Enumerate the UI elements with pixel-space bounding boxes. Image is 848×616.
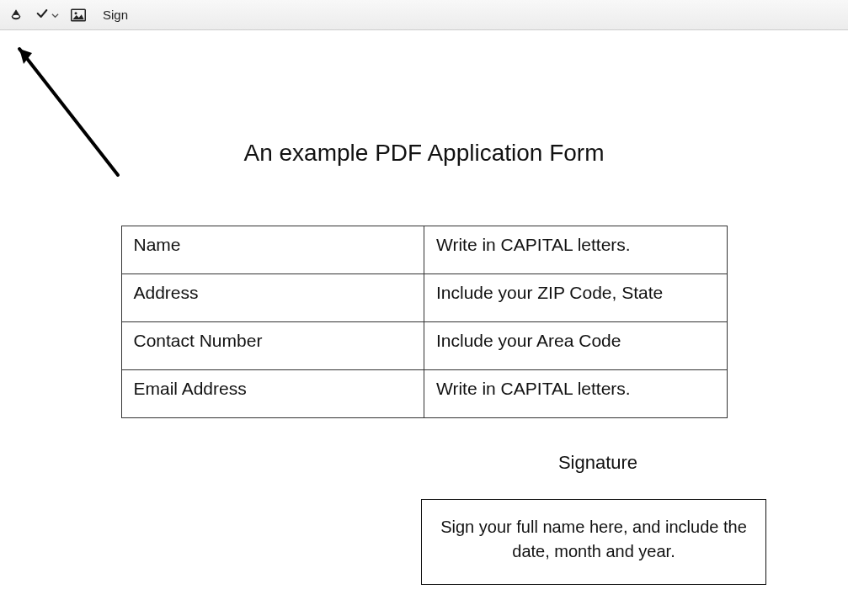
field-instruction: Include your Area Code	[424, 322, 727, 370]
table-row: Email Address Write in CAPITAL letters.	[121, 370, 727, 418]
ink-icon[interactable]	[8, 8, 24, 23]
field-label: Contact Number	[121, 322, 424, 370]
signature-heading: Signature	[421, 452, 775, 474]
field-label: Name	[121, 226, 424, 274]
field-instruction: Write in CAPITAL letters.	[424, 226, 727, 274]
document-page: An example PDF Application Form Name Wri…	[0, 30, 848, 616]
signature-section: Signature Sign your full name here, and …	[421, 452, 781, 585]
field-instruction: Include your ZIP Code, State	[424, 274, 727, 322]
image-icon[interactable]	[71, 8, 86, 22]
toolbar: Sign	[0, 0, 848, 30]
field-label: Address	[121, 274, 424, 322]
form-table: Name Write in CAPITAL letters. Address I…	[121, 226, 728, 418]
sign-button[interactable]: Sign	[103, 8, 128, 22]
checkmark-dropdown[interactable]	[35, 7, 59, 24]
svg-marker-4	[19, 49, 32, 64]
document-title: An example PDF Application Form	[67, 140, 781, 167]
chevron-down-icon	[51, 8, 59, 23]
signature-box[interactable]: Sign your full name here, and include th…	[421, 499, 766, 585]
page-area: An example PDF Application Form Name Wri…	[0, 30, 848, 616]
field-label: Email Address	[121, 370, 424, 418]
table-row: Name Write in CAPITAL letters.	[121, 226, 727, 274]
annotation-arrow	[8, 40, 143, 192]
svg-point-0	[13, 14, 19, 17]
table-row: Contact Number Include your Area Code	[121, 322, 727, 370]
checkmark-icon	[35, 7, 49, 24]
svg-point-2	[75, 12, 77, 14]
table-row: Address Include your ZIP Code, State	[121, 274, 727, 322]
field-instruction: Write in CAPITAL letters.	[424, 370, 727, 418]
